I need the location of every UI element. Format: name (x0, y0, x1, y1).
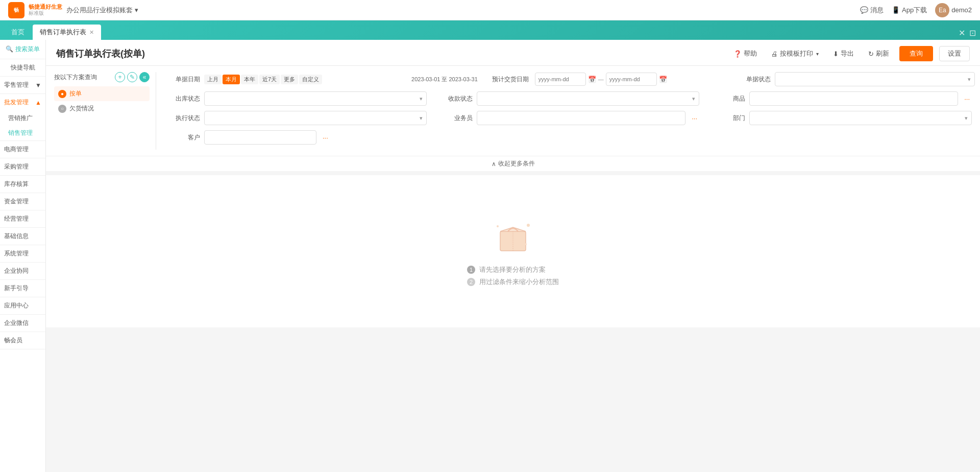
scheme-collapse-btn[interactable]: « (139, 72, 150, 82)
sidebar-group-wholesale-header[interactable]: 批发管理 ▲ (0, 94, 45, 111)
app-download-icon: 📱 (892, 6, 900, 14)
sidebar-item-sales-mgmt[interactable]: 销售管理 (0, 126, 45, 140)
date-tab-7days[interactable]: 近7天 (259, 75, 280, 84)
sidebar-item-member[interactable]: 畅会员 (0, 332, 45, 349)
sidebar-item-ecommerce[interactable]: 电商管理 (0, 141, 45, 158)
app-title-block: 畅捷通好生意 标准版 (29, 4, 62, 16)
sidebar-group-ecommerce: 电商管理 (0, 141, 45, 158)
sidebar-group-finance: 资金管理 (0, 193, 45, 210)
sidebar-quick-label: 快捷导航 (11, 64, 35, 71)
sidebar-item-guide[interactable]: 新手引导 (0, 280, 45, 297)
filter-form: 单据日期 上月 本月 本年 近7天 更多 自定义 (156, 72, 972, 150)
date-tab-current-month[interactable]: 本月 (223, 75, 240, 84)
tab-home[interactable]: 首页 (4, 25, 32, 40)
sidebar-group-retail: 零售管理 ▼ (0, 77, 45, 94)
sidebar-item-enterprise[interactable]: 企业协同 (0, 263, 45, 279)
expected-delivery-label: 预计交货日期 (488, 75, 529, 84)
sidebar-group-guide: 新手引导 (0, 280, 45, 297)
empty-tips: 1 请先选择要分析的方案 2 用过滤条件来缩小分析范围 (467, 265, 559, 287)
user-profile[interactable]: Ea demo2 (935, 3, 972, 17)
date-tab-more[interactable]: 更多 (281, 75, 298, 84)
workspace-selector[interactable]: 办公用品行业模拟账套 ▾ (66, 6, 138, 15)
help-label: 帮助 (744, 49, 757, 58)
tab-close-icon[interactable]: ✕ (89, 29, 94, 36)
scheme-item-欠货情况[interactable]: ○ 欠货情况 (54, 101, 150, 116)
scheme-item-按单[interactable]: ● 按单 (54, 86, 150, 101)
dept-select[interactable] (749, 111, 972, 125)
app-title-sub: 标准版 (29, 10, 62, 16)
page-actions: ❓ 帮助 🖨 按模板打印 ▾ ⬇ 导出 ↻ 刷新 查询 设置 (729, 46, 970, 61)
help-icon: ❓ (733, 50, 742, 58)
delivery-date-from[interactable] (535, 73, 586, 86)
help-btn[interactable]: ❓ 帮助 (729, 47, 761, 60)
export-btn[interactable]: ⬇ 导出 (829, 47, 858, 60)
message-icon: 💬 (860, 6, 868, 14)
doc-status-select[interactable] (775, 72, 975, 86)
query-btn[interactable]: 查询 (899, 46, 933, 61)
filter-row-4: 客户 ··· (164, 130, 972, 145)
salesperson-input[interactable] (477, 111, 685, 125)
delivery-status-wrapper (204, 91, 427, 106)
sidebar-search[interactable]: 🔍 搜索菜单 (0, 40, 45, 59)
svg-point-4 (527, 224, 530, 227)
date-tab-custom[interactable]: 自定义 (299, 75, 322, 84)
scheme-edit-btn[interactable]: ✎ (127, 72, 137, 82)
doc-status-label: 单据状态 (735, 75, 771, 84)
message-label: 消息 (870, 6, 884, 15)
tab-restore-icon[interactable]: ⊡ (969, 28, 976, 38)
sidebar-item-inventory[interactable]: 库存核算 (0, 176, 45, 193)
date-tab-prev-month[interactable]: 上月 (204, 75, 222, 84)
goods-ellipsis-btn[interactable]: ··· (962, 95, 972, 103)
sidebar-guide-label: 新手引导 (4, 284, 29, 293)
sidebar-item-wechat[interactable]: 企业微信 (0, 315, 45, 332)
sidebar-item-basic[interactable]: 基础信息 (0, 228, 45, 245)
delivery-date-to[interactable] (606, 73, 657, 86)
sidebar-group-retail-header[interactable]: 零售管理 ▼ (0, 77, 45, 93)
sidebar-group-purchase: 采购管理 (0, 158, 45, 176)
sidebar-group-operations: 经营管理 (0, 210, 45, 228)
app-title-main: 畅捷通好生意 (29, 4, 62, 10)
date-tab-year[interactable]: 本年 (241, 75, 258, 84)
filter-inner: 按以下方案查询 + ✎ « (46, 66, 980, 156)
cal-from-icon[interactable]: 📅 (588, 76, 596, 83)
refresh-btn[interactable]: ↻ 刷新 (864, 47, 893, 60)
tab-sales-exec[interactable]: 销售订单执行表 ✕ (33, 25, 101, 40)
sidebar-item-system[interactable]: 系统管理 (0, 245, 45, 262)
settings-btn[interactable]: 设置 (939, 46, 970, 61)
sidebar-item-operations[interactable]: 经营管理 (0, 210, 45, 227)
field-goods: 商品 ··· (709, 91, 972, 106)
customer-input[interactable] (204, 130, 316, 145)
sidebar-group-member: 畅会员 (0, 332, 45, 349)
sidebar-search-label: 搜索菜单 (15, 45, 40, 53)
template-print-btn[interactable]: 🖨 按模板打印 ▾ (767, 47, 823, 60)
customer-ellipsis-btn[interactable]: ··· (321, 134, 330, 141)
page-title: 销售订单执行表(按单) (56, 48, 145, 60)
collapse-more-btn[interactable]: ∧ 收起更多条件 (46, 156, 980, 171)
sidebar-enterprise-label: 企业协同 (4, 267, 29, 275)
message-btn[interactable]: 💬 消息 (860, 6, 884, 15)
cal-to-icon[interactable]: 📅 (659, 76, 667, 83)
sidebar-item-appcenter[interactable]: 应用中心 (0, 297, 45, 314)
date-range-text: 2023-03-01 至 2023-03-31 (411, 76, 478, 83)
delivery-date-group: 📅 — 📅 (535, 73, 667, 86)
template-print-label: 按模板打印 (780, 49, 813, 58)
sidebar-item-marketing[interactable]: 营销推广 (0, 111, 45, 126)
tip-num-1: 1 (467, 266, 475, 274)
empty-tip-1: 1 请先选择要分析的方案 (467, 265, 559, 274)
goods-input[interactable] (749, 91, 958, 106)
salesperson-ellipsis-btn[interactable]: ··· (690, 114, 699, 122)
app-logo: 畅 (8, 2, 24, 18)
tab-close-window-icon[interactable]: ✕ (959, 28, 965, 38)
export-label: 导出 (841, 49, 854, 58)
app-download-btn[interactable]: 📱 App下载 (892, 6, 927, 15)
payment-status-select[interactable] (477, 91, 699, 106)
exec-status-select[interactable] (204, 111, 427, 125)
doc-status-select-wrapper (775, 72, 975, 86)
date-range-dash: — (598, 76, 604, 82)
scheme-add-btn[interactable]: + (115, 72, 125, 82)
dept-label: 部门 (709, 114, 745, 123)
sidebar-item-purchase[interactable]: 采购管理 (0, 158, 45, 175)
sidebar-quick-nav[interactable]: 快捷导航 (0, 59, 45, 77)
sidebar-item-finance[interactable]: 资金管理 (0, 193, 45, 210)
delivery-status-select[interactable] (204, 91, 427, 106)
